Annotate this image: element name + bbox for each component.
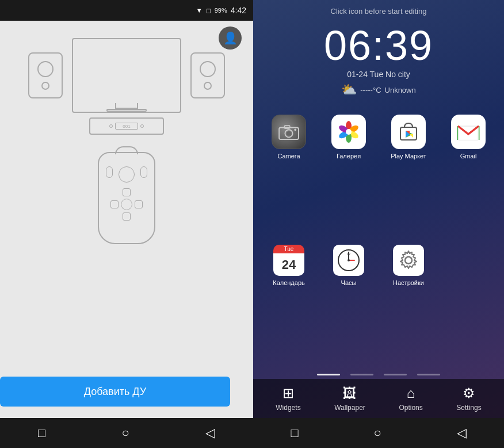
- app-item-calendar[interactable]: Tue 24 Календарь: [262, 245, 315, 365]
- nav-circle-left[interactable]: ○: [121, 426, 129, 441]
- settop-dot: [109, 124, 113, 128]
- clock-svg: 12: [336, 248, 361, 273]
- widgets-icon: ⊞: [282, 385, 294, 401]
- app-item-gallery[interactable]: Галерея: [322, 115, 375, 238]
- remote-btn-right: [140, 166, 147, 178]
- signal-icon: ◻: [206, 7, 211, 14]
- speaker-circle-large-r: [200, 61, 216, 77]
- camera-icon-wrapper: [272, 115, 306, 149]
- profile-icon[interactable]: 👤: [219, 26, 242, 50]
- tv-screen: [73, 39, 180, 103]
- bottom-options[interactable]: ⌂ Options: [399, 385, 422, 412]
- battery-text: 99%: [215, 7, 227, 14]
- speaker-circle-large: [37, 61, 54, 77]
- weather-row: ⛅ -----°C Unknown: [341, 82, 415, 97]
- settop-box: 001: [89, 117, 164, 135]
- remote-body: [98, 152, 155, 244]
- settings-icon: [393, 245, 424, 276]
- weather-temp: -----°C: [360, 86, 381, 94]
- remote-nav-center-btn: [121, 199, 132, 210]
- tv-illustration: 001: [28, 38, 225, 135]
- weather-status: Unknown: [385, 86, 416, 94]
- svg-point-24: [348, 259, 350, 261]
- remote-nav-right-btn: [135, 200, 143, 208]
- gallery-icon-wrapper: [331, 115, 366, 149]
- speaker-right: [190, 52, 225, 98]
- gallery-label: Галерея: [337, 153, 361, 160]
- remote-nav-up-btn: [123, 188, 131, 196]
- playmarket-icon: [395, 118, 422, 146]
- svg-point-2: [287, 131, 291, 136]
- remote-btn-left: [106, 166, 113, 178]
- bottom-widgets[interactable]: ⊞ Widgets: [276, 385, 300, 412]
- remote-nav-down: [123, 212, 131, 221]
- calendar-icon: Tue 24: [273, 245, 304, 276]
- bottom-wallpaper[interactable]: 🖼 Wallpaper: [334, 385, 365, 412]
- settings-gear-icon: [398, 250, 419, 271]
- svg-point-26: [405, 257, 412, 264]
- gmail-icon: [455, 118, 482, 146]
- widgets-label: Widgets: [276, 404, 300, 412]
- speaker-circle-small: [41, 82, 49, 90]
- nav-square-right[interactable]: □: [291, 426, 298, 441]
- left-panel: ▼ ◻ 99% 4:42 👤: [0, 0, 253, 448]
- calendar-day-num: 24: [273, 253, 304, 276]
- status-bar-left: ▼ ◻ 99% 4:42: [0, 0, 253, 21]
- svg-point-12: [346, 129, 352, 135]
- wallpaper-icon: 🖼: [343, 385, 357, 401]
- add-remote-button[interactable]: Добавить ДУ: [0, 377, 230, 407]
- nav-back-left[interactable]: ◁: [205, 426, 215, 441]
- gmail-label: Gmail: [460, 153, 477, 160]
- weather-cloud-icon: ⛅: [341, 82, 357, 97]
- bottom-bar-right: ⊞ Widgets 🖼 Wallpaper ⌂ Options ⚙ Settin…: [253, 379, 504, 418]
- clock-icon: 12: [333, 245, 364, 276]
- nav-circle-right[interactable]: ○: [373, 426, 381, 441]
- app-grid: Camera Галерея: [253, 103, 504, 370]
- right-panel: Click icon before start editing 06:39 01…: [253, 0, 504, 448]
- app-item-settings[interactable]: Настройки: [382, 245, 435, 365]
- app-item-camera[interactable]: Camera: [262, 115, 315, 238]
- remote-power-btn: [119, 166, 135, 183]
- remote-content: 001: [0, 21, 253, 377]
- dot-2: [350, 374, 373, 375]
- settop-display: 001: [115, 123, 138, 130]
- nav-square-left[interactable]: □: [38, 426, 45, 441]
- remote-btn-row: [106, 166, 147, 183]
- settings-label: Настройки: [393, 279, 424, 286]
- svg-text:12: 12: [347, 252, 350, 256]
- playmarket-label: Play Маркет: [391, 153, 426, 160]
- bottom-settings[interactable]: ⚙ Settings: [456, 385, 481, 412]
- app-item-clock[interactable]: 12 Часы: [322, 245, 375, 365]
- gallery-icon: [335, 118, 362, 146]
- nav-bar-right: □ ○ ◁: [253, 418, 504, 448]
- tv-monitor: [72, 38, 181, 113]
- calendar-label: Календарь: [273, 279, 305, 286]
- wallpaper-label: Wallpaper: [334, 404, 365, 412]
- settop-dot2: [140, 124, 144, 128]
- dot-3: [384, 374, 407, 375]
- clock-date: 01-24 Tue No city: [347, 70, 410, 79]
- tv-stand: [115, 103, 138, 109]
- app-item-playmarket[interactable]: Play Маркет: [382, 115, 435, 238]
- wifi-icon: ▼: [196, 7, 203, 14]
- bottom-settings-label: Settings: [456, 404, 481, 412]
- playmarket-icon-wrapper: [391, 115, 426, 149]
- remote-nav-down-btn: [123, 212, 131, 221]
- person-icon: 👤: [223, 31, 238, 45]
- camera-label: Camera: [277, 153, 300, 160]
- remote-illustration: [98, 152, 155, 244]
- remote-nav-mid: [110, 199, 143, 210]
- remote-nav-up: [123, 188, 131, 196]
- svg-point-4: [294, 128, 296, 131]
- clock-section: 06:39 01-24 Tue No city ⛅ -----°C Unknow…: [253, 19, 504, 103]
- remote-nav: [110, 188, 143, 221]
- clock-display: 06:39: [324, 25, 433, 66]
- nav-bar-left: □ ○ ◁: [0, 418, 253, 448]
- edit-hint: Click icon before start editing: [253, 0, 504, 19]
- nav-back-right[interactable]: ◁: [457, 426, 467, 441]
- dot-4: [417, 374, 440, 375]
- dot-1: [317, 374, 340, 375]
- app-item-gmail[interactable]: Gmail: [442, 115, 495, 238]
- page-indicator: [253, 370, 504, 379]
- camera-icon: [278, 123, 300, 141]
